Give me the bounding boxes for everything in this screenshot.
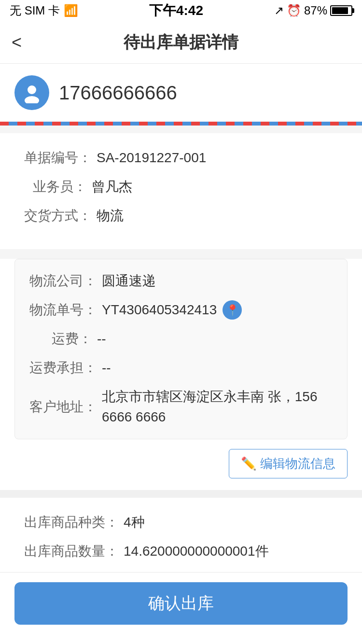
logistics-freight-row: 运费： -- bbox=[29, 329, 333, 349]
back-button[interactable]: < bbox=[12, 32, 22, 53]
logistics-address-value: 北京市市辖区海淀区永丰南 张，156 6666 6666 bbox=[102, 387, 333, 427]
status-right: ↗ ⏰ 87% bbox=[274, 4, 352, 17]
product-quantity-label: 出库商品数量： bbox=[24, 541, 119, 561]
logistics-card: 物流公司： 圆通速递 物流单号： YT43064053424​13 📍 运费： … bbox=[14, 259, 348, 439]
logistics-company-row: 物流公司： 圆通速递 bbox=[29, 271, 333, 291]
logistics-freight-bearer-value: -- bbox=[102, 358, 333, 378]
edit-icon: ✏️ bbox=[241, 456, 256, 471]
svg-point-1 bbox=[25, 96, 39, 103]
page-title: 待出库单据详情 bbox=[124, 31, 238, 54]
logistics-freight-value: -- bbox=[97, 329, 333, 349]
section-divider bbox=[0, 490, 362, 498]
logistics-company-value: 圆通速递 bbox=[102, 271, 333, 291]
document-number-row: 单据编号： SA-20191227-001 bbox=[24, 148, 338, 168]
confirm-outbound-button[interactable]: 确认出库 bbox=[14, 582, 348, 625]
battery-percent: 87% bbox=[304, 4, 327, 17]
avatar bbox=[14, 75, 49, 110]
status-left: 无 SIM 卡 📶 bbox=[10, 3, 78, 18]
product-quantity-value: 14.620000000000001件 bbox=[124, 541, 338, 561]
logistics-freight-bearer-label: 运费承担： bbox=[29, 358, 97, 378]
dashed-divider bbox=[0, 122, 362, 126]
edit-logistics-label: 编辑物流信息 bbox=[260, 455, 335, 472]
battery-indicator bbox=[330, 5, 352, 16]
logistics-address-row: 客户地址： 北京市市辖区海淀区永丰南 张，156 6666 6666 bbox=[29, 387, 333, 427]
product-type-row: 出库商品种类： 4种 bbox=[24, 512, 338, 532]
confirm-btn-label: 确认出库 bbox=[148, 592, 214, 615]
product-quantity-row: 出库商品数量： 14.620000000000001件 bbox=[24, 541, 338, 561]
agent-row: 业务员： 曾凡杰 bbox=[24, 177, 338, 197]
alarm-icon: ⏰ bbox=[287, 4, 301, 17]
delivery-row: 交货方式： 物流 bbox=[24, 206, 338, 226]
logistics-tracking-row: 物流单号： YT43064053424​13 📍 bbox=[29, 300, 333, 320]
product-type-label: 出库商品种类： bbox=[24, 512, 119, 532]
confirm-btn-area: 确认出库 bbox=[0, 572, 362, 644]
nav-bar: < 待出库单据详情 bbox=[0, 21, 362, 64]
edit-logistics-button[interactable]: ✏️ 编辑物流信息 bbox=[229, 449, 348, 478]
document-number-label: 单据编号： bbox=[24, 148, 92, 168]
map-pin-icon[interactable]: 📍 bbox=[223, 300, 242, 320]
delivery-label: 交货方式： bbox=[24, 206, 92, 226]
wifi-icon: 📶 bbox=[64, 4, 78, 17]
svg-point-0 bbox=[28, 85, 36, 94]
status-bar: 无 SIM 卡 📶 下午4:42 ↗ ⏰ 87% bbox=[0, 0, 362, 21]
logistics-freight-label: 运费： bbox=[29, 329, 92, 349]
document-number-value: SA-20191227-001 bbox=[97, 148, 338, 168]
product-type-value: 4种 bbox=[124, 512, 338, 532]
document-info-section: 单据编号： SA-20191227-001 业务员： 曾凡杰 交货方式： 物流 bbox=[0, 133, 362, 249]
edit-logistics-area: ✏️ 编辑物流信息 bbox=[0, 449, 362, 490]
logistics-company-label: 物流公司： bbox=[29, 271, 97, 291]
logistics-tracking-label: 物流单号： bbox=[29, 300, 97, 320]
tracking-number: YT43064053424​13 bbox=[102, 300, 217, 320]
location-icon: ↗ bbox=[274, 4, 284, 17]
user-header: 17666666666 bbox=[0, 64, 362, 122]
user-phone: 17666666666 bbox=[59, 82, 177, 104]
status-time: 下午4:42 bbox=[149, 1, 203, 20]
agent-label: 业务员： bbox=[24, 177, 87, 197]
logistics-tracking-value: YT43064053424​13 📍 bbox=[102, 300, 333, 320]
summary-section: 出库商品种类： 4种 出库商品数量： 14.620000000000001件 bbox=[0, 498, 362, 585]
carrier-label: 无 SIM 卡 bbox=[10, 3, 60, 18]
logistics-freight-bearer-row: 运费承担： -- bbox=[29, 358, 333, 378]
delivery-value: 物流 bbox=[97, 206, 338, 226]
logistics-address-label: 客户地址： bbox=[29, 397, 97, 417]
agent-value: 曾凡杰 bbox=[92, 177, 338, 197]
